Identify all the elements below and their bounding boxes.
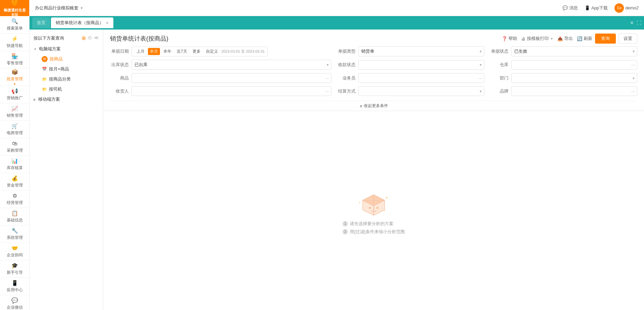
wholesale-icon: 📦	[11, 69, 18, 75]
sidebar-item-basic[interactable]: 📋 基础信息	[0, 208, 29, 225]
filter-product: 商品 ···	[110, 73, 331, 83]
tabbar: 首页 销货单统计表（按商品） ✕ ✕ ⛶	[30, 16, 644, 30]
date-btn-current-year[interactable]: 本年	[161, 48, 173, 55]
sidebar-item-finance[interactable]: 💰 资金管理	[0, 173, 29, 191]
logo-text: 畅捷通好生意	[4, 8, 26, 12]
filter-salesperson: 业务员 ···	[337, 73, 484, 83]
date-btn-custom[interactable]: 自定义	[204, 48, 220, 55]
warehouse-input[interactable]	[511, 60, 637, 70]
receiver-input[interactable]	[131, 86, 331, 96]
date-btn-last-month[interactable]: 上月	[135, 48, 147, 55]
doc-type-select[interactable]: 销货单	[358, 46, 484, 56]
settings-plan-icon[interactable]: ⊙	[88, 35, 92, 41]
filter-payment-status: 收款状态 ▼	[337, 60, 484, 70]
lph-icons: ⊕ ⊙ ≪	[82, 35, 99, 41]
hint-1-text: 请先选择要分析的方案	[350, 221, 393, 227]
sidebar-item-sales[interactable]: 📈 销售管理	[0, 103, 29, 121]
sidebar-item-appstore[interactable]: 📱 应用中心	[0, 278, 29, 295]
tab-home[interactable]: 首页	[32, 17, 50, 28]
help-icon: ❓	[502, 36, 507, 41]
product-dots-icon[interactable]: ···	[325, 75, 329, 81]
help-btn[interactable]: ❓ 帮助	[502, 36, 517, 42]
doc-status-select[interactable]: 已生效	[511, 46, 637, 56]
finance-icon: 💰	[11, 175, 18, 182]
salesperson-dots-icon[interactable]: ···	[478, 75, 482, 81]
date-btn-7days[interactable]: 近7天	[175, 48, 189, 55]
basic-icon: 📋	[11, 210, 18, 216]
payment-status-input[interactable]	[358, 60, 484, 70]
refresh-btn[interactable]: 🔄 刷新	[577, 36, 592, 42]
tab-close-icon[interactable]: ✕	[106, 21, 109, 25]
phone-icon: 📱	[585, 5, 590, 10]
tree-item-by-category[interactable]: 📁 按商品分类	[36, 74, 103, 84]
tree-item-by-driver[interactable]: 📁 按司机	[36, 84, 103, 94]
marketing-icon: 📢	[11, 88, 18, 94]
sidebar-item-enterprise[interactable]: 🤝 企业协同	[0, 243, 29, 260]
salesperson-input[interactable]	[358, 73, 484, 83]
dropdown-icon[interactable]: ▼	[80, 6, 84, 10]
page-header: 销货单统计表(按商品) ❓ 帮助 🖨 按模板打印 ▼	[103, 30, 644, 111]
left-panel-header: 按以下方案查询 ⊕ ⊙ ≪	[30, 32, 103, 44]
warehouse-status-select[interactable]: 已出库	[131, 60, 331, 70]
tree-desktop-section[interactable]: ▼ 电脑端方案	[30, 44, 103, 54]
sidebar-item-corpwechat[interactable]: 💬 企业微信	[0, 295, 29, 310]
sidebar-item-system[interactable]: 🔧 系统管理	[0, 225, 29, 243]
brand-dots-icon[interactable]: ···	[631, 89, 635, 94]
brand-input[interactable]	[511, 86, 637, 96]
sidebar-item-quick-nav[interactable]: ⚡ 快捷导航	[0, 34, 29, 51]
filter-warehouse: 仓库 ···	[490, 60, 637, 70]
sidebar-item-inventory[interactable]: 📊 库存核算	[0, 156, 29, 173]
receiver-dots-icon[interactable]: ···	[325, 89, 329, 94]
tabbar-close-icon[interactable]: ✕	[630, 20, 634, 25]
sidebar-item-purchase[interactable]: 🛍 采购管理	[0, 138, 29, 156]
empty-state: ✦ ✦ ✦ 1 请先选择要分析的方案 2 用[过滤]条件来缩小分析范围	[103, 111, 644, 310]
user-menu[interactable]: Ea demo2	[614, 3, 639, 13]
sidebar-item-newbie[interactable]: 🎓 新手引导	[0, 260, 29, 278]
tree-item-by-month-product[interactable]: 📅 按月+商品	[36, 64, 103, 74]
add-plan-icon[interactable]: ⊕	[82, 35, 86, 41]
settlement-select[interactable]	[358, 86, 484, 96]
svg-text:✦: ✦	[385, 195, 388, 199]
filter-receiver: 收货人 ···	[110, 86, 331, 96]
sidebar-item-search-menu[interactable]: 🔍 搜索菜单	[0, 16, 29, 34]
query-button[interactable]: 查询	[595, 34, 616, 44]
collapse-left-icon[interactable]: ≪	[94, 35, 99, 41]
tree-mobile-section[interactable]: ▶ 移动端方案	[30, 94, 103, 104]
warehouse-dots-icon[interactable]: ···	[631, 62, 635, 67]
message-btn[interactable]: 💬 消息	[562, 5, 578, 11]
sidebar-item-wholesale[interactable]: 📦 批发管理 ▲	[0, 68, 29, 86]
sidebar-item-operation[interactable]: ⚙ 经营管理	[0, 191, 29, 208]
logo: 🧡 畅捷通好生意 标版	[0, 0, 29, 16]
print-icon: 🖨	[521, 36, 526, 41]
collapse-icon: ∧	[360, 104, 363, 108]
app-download-btn[interactable]: 📱 App下载	[585, 5, 608, 11]
product-input[interactable]	[131, 73, 331, 83]
tabbar-maximize-icon[interactable]: ⛶	[637, 20, 641, 25]
filter-warehouse-status: 出库状态 已出库 ▼	[110, 60, 331, 70]
tab-sales-stats[interactable]: 销货单统计表（按商品） ✕	[51, 17, 113, 28]
export-btn[interactable]: 📤 导出	[557, 36, 573, 42]
user-avatar: Ea	[614, 3, 624, 13]
date-btn-more[interactable]: 更多	[191, 48, 203, 55]
app-name: 办公用品行业模拟账套 ▼	[35, 5, 84, 11]
filter-area: 单据日期 上月 本月 本年 近7天 更多 自定义 2023-03-01 至 20…	[110, 46, 637, 101]
date-selector[interactable]: 上月 本月 本年 近7天 更多 自定义 2023-03-01 至 2023-03…	[131, 47, 268, 56]
tree-item-by-product[interactable]: 按 按商品	[36, 54, 103, 64]
page-title: 销货单统计表(按商品)	[110, 35, 168, 43]
hint-2: 2 用[过滤]条件来缩小分析范围	[342, 229, 405, 235]
department-select[interactable]	[511, 73, 637, 83]
sidebar-item-retail[interactable]: 🏪 零售管理	[0, 51, 29, 68]
date-btn-current-month[interactable]: 本月	[148, 48, 160, 55]
collapse-bar[interactable]: ∧ 收起更多条件	[110, 101, 637, 111]
sidebar-item-marketing[interactable]: 📢 营销推广	[0, 86, 29, 103]
settings-button[interactable]: 设置	[619, 34, 637, 44]
print-btn[interactable]: 🖨 按模板打印 ▼	[521, 36, 553, 42]
scanner-icon: 📁	[42, 87, 47, 92]
logo-icon: 🧡	[11, 0, 18, 7]
filter-brand: 品牌 ···	[490, 86, 637, 96]
svg-text:✦: ✦	[383, 209, 385, 211]
content-area: 按以下方案查询 ⊕ ⊙ ≪ ▼ 电脑端方案 按 按商品 📅 按月	[30, 30, 644, 310]
print-dropdown-icon: ▼	[550, 37, 553, 41]
sidebar-item-ecommerce[interactable]: 🛒 电商管理	[0, 121, 29, 138]
enterprise-icon: 🤝	[11, 245, 18, 251]
